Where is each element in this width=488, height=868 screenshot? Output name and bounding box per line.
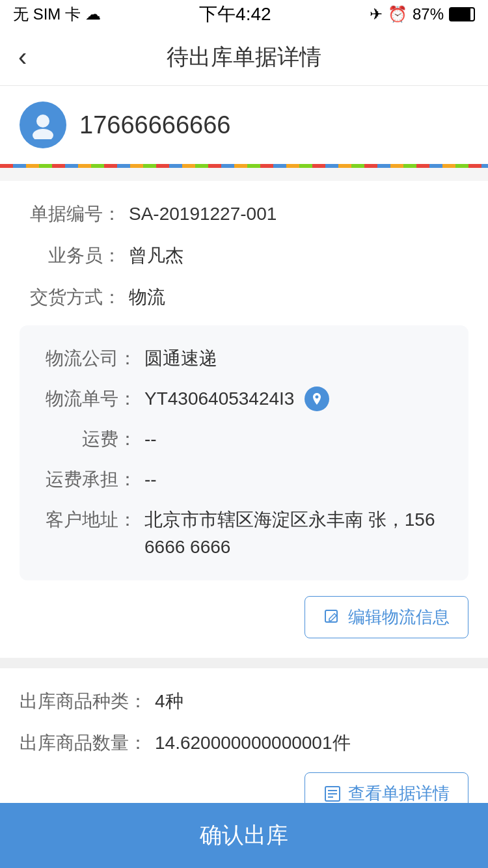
- delivery-row: 交货方式： 物流: [20, 284, 468, 311]
- delivery-value: 物流: [129, 284, 468, 311]
- logistics-card: 物流公司： 圆通速递 物流单号： YT43064053424I3 运费： --: [20, 325, 468, 580]
- tracking-value-container: YT43064053424I3: [144, 385, 453, 413]
- goods-quantity-label: 出库商品数量：: [20, 729, 155, 757]
- section-divider-1: [0, 658, 488, 668]
- back-button[interactable]: ‹: [18, 42, 27, 72]
- address-value: 北京市市辖区海淀区永丰南 张，156 6666 6666: [144, 506, 453, 561]
- goods-types-label: 出库商品种类：: [20, 688, 155, 715]
- tracking-number: YT43064053424I3: [144, 385, 294, 413]
- svg-point-0: [36, 115, 49, 128]
- edit-logistics-container: 编辑物流信息: [20, 596, 468, 638]
- freight-bearer-row: 运费承担： --: [35, 466, 453, 493]
- goods-quantity-value: 14.620000000000001件: [155, 729, 468, 757]
- status-time: 下午4:42: [199, 2, 271, 27]
- battery-level: 87%: [413, 5, 444, 23]
- dashed-divider: [0, 164, 488, 168]
- logistics-company-row: 物流公司： 圆通速递: [35, 345, 453, 372]
- edit-logistics-button[interactable]: 编辑物流信息: [305, 596, 468, 638]
- salesman-row: 业务员： 曾凡杰: [20, 242, 468, 269]
- salesman-value: 曾凡杰: [129, 242, 468, 269]
- order-no-row: 单据编号： SA-20191227-001: [20, 200, 468, 228]
- location-indicator: ✈: [370, 5, 383, 23]
- track-location-button[interactable]: [305, 387, 329, 411]
- address-row: 客户地址： 北京市市辖区海淀区永丰南 张，156 6666 6666: [35, 506, 453, 561]
- logistics-company-value: 圆通速递: [144, 345, 453, 372]
- edit-logistics-label: 编辑物流信息: [348, 606, 450, 629]
- sim-status: 无 SIM 卡 ☁: [13, 4, 101, 25]
- confirm-button[interactable]: 确认出库: [0, 803, 488, 868]
- freight-bearer-label: 运费承担：: [35, 466, 144, 493]
- svg-point-1: [33, 129, 53, 139]
- order-no-label: 单据编号：: [20, 200, 129, 228]
- status-bar: 无 SIM 卡 ☁ 下午4:42 ✈ ⏰ 87%: [0, 0, 488, 29]
- salesman-label: 业务员：: [20, 242, 129, 269]
- logistics-company-label: 物流公司：: [35, 345, 144, 372]
- status-bar-left: 无 SIM 卡 ☁: [13, 4, 101, 25]
- confirm-button-label: 确认出库: [200, 821, 288, 850]
- avatar: [20, 102, 66, 148]
- user-phone: 17666666666: [79, 111, 230, 139]
- nav-bar: ‹ 待出库单据详情: [0, 29, 488, 86]
- view-detail-label: 查看单据详情: [348, 782, 450, 805]
- tracking-row: 物流单号： YT43064053424I3: [35, 385, 453, 413]
- user-header: 17666666666: [0, 86, 488, 164]
- delivery-label: 交货方式：: [20, 284, 129, 311]
- goods-quantity-row: 出库商品数量： 14.620000000000001件: [20, 729, 468, 757]
- battery-icon: [449, 7, 475, 21]
- status-bar-right: ✈ ⏰ 87%: [370, 5, 475, 23]
- freight-bearer-value: --: [144, 466, 453, 493]
- goods-types-value: 4种: [155, 688, 468, 715]
- tracking-label: 物流单号：: [35, 385, 144, 413]
- page-title: 待出库单据详情: [167, 42, 321, 72]
- freight-value: --: [144, 426, 453, 453]
- basic-info-section: 单据编号： SA-20191227-001 业务员： 曾凡杰 交货方式： 物流 …: [0, 181, 488, 658]
- freight-row: 运费： --: [35, 426, 453, 453]
- goods-types-row: 出库商品种类： 4种: [20, 688, 468, 715]
- alarm-indicator: ⏰: [388, 5, 407, 23]
- freight-label: 运费：: [35, 426, 144, 453]
- address-label: 客户地址：: [35, 506, 144, 534]
- order-no-value: SA-20191227-001: [129, 200, 468, 228]
